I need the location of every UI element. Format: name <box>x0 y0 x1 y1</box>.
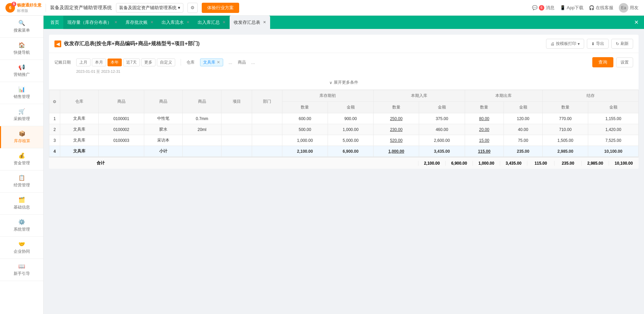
tab-stock-dist[interactable]: 现存量（库存分布表） ✕ <box>63 16 121 29</box>
cell-project <box>221 113 252 124</box>
phone-icon: 📱 <box>560 5 565 10</box>
cell-in-qty[interactable]: 230.00 <box>374 124 419 135</box>
notification-button[interactable]: 💬 6 消息 <box>532 5 555 11</box>
col-opening-qty: 数量 <box>282 102 328 113</box>
footer-close-amt: 10,100.00 <box>609 161 639 166</box>
product-filter-label: 商品 <box>238 60 246 65</box>
inventory-icon: 📦 <box>19 130 26 137</box>
tab-bar-close[interactable]: ✕ <box>631 19 641 26</box>
tab-home[interactable]: 首页 <box>46 16 63 29</box>
sidebar-item-operation[interactable]: 📋 经营管理 <box>0 170 43 193</box>
footer-close-qty: 2,985.00 <box>581 161 609 166</box>
page-title-bar: ◀ 收发存汇总表(按仓库+商品编码+商品+规格型号+项目+部门) 🖨 按模板打印… <box>49 35 639 53</box>
tab-close-receive-summary[interactable]: ✕ <box>263 20 266 24</box>
footer-values: 2,100.00 6,900.00 1,000.00 3,435.00 115.… <box>418 161 639 166</box>
tab-close-batch[interactable]: ✕ <box>150 20 153 24</box>
footer-in-amt: 3,435.00 <box>500 161 527 166</box>
col-close-amt: 金额 <box>588 102 639 113</box>
sidebar-item-finance[interactable]: 💰 资金管理 <box>0 148 43 170</box>
cell-product-spec: 20ml <box>183 124 221 135</box>
settings-button[interactable]: ⚙ <box>187 3 198 13</box>
sidebar-item-system[interactable]: ⚙️ 系统管理 <box>0 215 43 237</box>
trial-button[interactable]: 体验行业方案 <box>202 3 239 13</box>
settings-filter-button[interactable]: 设置 <box>616 57 633 67</box>
cell-in-amt: 2,600.00 <box>419 135 465 146</box>
table-body: 1 文具库 0100001 中性笔 0.7mm 600.00 900.00 25… <box>49 113 639 157</box>
table-row: 2 文具库 0100002 胶水 20ml 500.00 1,000.00 23… <box>49 124 639 135</box>
warehouse-tag[interactable]: 文具库 ✕ <box>200 59 223 66</box>
date-this-month[interactable]: 本月 <box>92 59 106 66</box>
cell-out-qty[interactable]: 115.00 <box>465 146 503 157</box>
tab-receive-summary[interactable]: 收发存汇总表 ✕ <box>230 16 270 29</box>
date-last-month[interactable]: 上月 <box>76 59 90 66</box>
system-selector[interactable]: 装备及固定资产辅助管理系统 ▾ <box>116 3 183 13</box>
date-more[interactable]: 更多 <box>141 59 155 66</box>
cell-close-amt: 1,155.00 <box>588 113 639 124</box>
cell-product-code <box>98 146 144 157</box>
warehouse-more-btn[interactable]: ... <box>229 60 232 65</box>
gear-header[interactable]: ⚙ <box>49 90 60 113</box>
header-right: 💬 6 消息 📱 App下载 🎧 在线客服 Ea 用友 <box>532 3 639 13</box>
expand-row: ∨ 展开更多条件 <box>54 77 633 85</box>
cell-in-qty[interactable]: 1,000.00 <box>374 146 419 157</box>
refresh-button[interactable]: ↻ 刷新 <box>611 39 633 49</box>
top-header: 6 6 畅捷通好生意 标准版 装备及固定资产辅助管理系统 装备及固定资产辅助管理… <box>0 0 644 16</box>
export-button[interactable]: ⬇ 导出 <box>587 39 609 49</box>
cell-product-code: 0100003 <box>98 135 144 146</box>
cell-out-amt: 120.00 <box>503 113 542 124</box>
sidebar-item-guide[interactable]: 📖 新手引导 <box>0 259 43 281</box>
cell-in-qty[interactable]: 250.00 <box>374 113 419 124</box>
warehouse-tag-close[interactable]: ✕ <box>217 60 220 65</box>
logo-icon: 6 6 <box>5 3 15 13</box>
date-7days[interactable]: 近7天 <box>123 59 140 66</box>
sidebar-item-search[interactable]: 🔍 搜索菜单 <box>0 16 43 38</box>
tab-batch[interactable]: 库存批次账 ✕ <box>121 16 158 29</box>
basic-icon: 🗂️ <box>18 197 25 203</box>
sidebar-item-basic[interactable]: 🗂️ 基础信息 <box>0 193 43 215</box>
expand-more-btn[interactable]: ∨ 展开更多条件 <box>329 80 358 85</box>
page-title: 收发存汇总表(按仓库+商品编码+商品+规格型号+项目+部门) <box>64 40 200 47</box>
app-download-button[interactable]: 📱 App下载 <box>560 5 583 11</box>
sidebar-item-corp[interactable]: 🤝 企业协同 <box>0 237 43 259</box>
table-row: 3 文具库 0100003 采访本 1,000.00 5,000.00 520.… <box>49 135 639 146</box>
sidebar-item-quick[interactable]: 🏠 快捷导航 <box>0 38 43 60</box>
print-button[interactable]: 🖨 按模板打印 ▾ <box>546 39 584 49</box>
tab-inout-flow[interactable]: 出入库流水 ✕ <box>158 16 194 29</box>
product-more-btn[interactable]: ... <box>251 60 255 65</box>
cell-product-spec: 0.7mm <box>183 113 221 124</box>
date-custom[interactable]: 自定义 <box>157 59 175 66</box>
cell-opening-qty: 1,000.00 <box>282 135 328 146</box>
sidebar-item-purchase[interactable]: 🛒 采购管理 <box>0 104 43 126</box>
sidebar-item-sales[interactable]: 📊 销售管理 <box>0 82 43 104</box>
tab-inout-summary[interactable]: 出入库汇总 ✕ <box>194 16 230 29</box>
cell-product-name: 小计 <box>144 146 183 157</box>
cell-out-qty[interactable]: 20.00 <box>465 124 503 135</box>
refresh-icon: ↻ <box>616 42 619 46</box>
cell-out-qty[interactable]: 15.00 <box>465 135 503 146</box>
system-title: 装备及固定资产辅助管理系统 <box>50 5 112 11</box>
home-icon: 🏠 <box>18 42 25 48</box>
query-button[interactable]: 查询 <box>592 57 613 67</box>
logo-badge: 6 <box>12 2 16 6</box>
tab-close-inout-summary[interactable]: ✕ <box>222 20 226 24</box>
cell-product-name: 采访本 <box>144 135 183 146</box>
corp-icon: 🤝 <box>18 241 25 247</box>
date-buttons: 上月 本月 本年 近7天 更多 自定义 <box>76 59 175 66</box>
finance-icon: 💰 <box>18 152 25 159</box>
tab-close-inout-flow[interactable]: ✕ <box>186 20 189 24</box>
cell-product-spec <box>183 135 221 146</box>
cell-out-qty[interactable]: 80.00 <box>465 113 503 124</box>
tab-close-stock-dist[interactable]: ✕ <box>114 20 117 24</box>
guide-icon: 📖 <box>18 263 25 269</box>
cell-in-qty[interactable]: 520.00 <box>374 135 419 146</box>
date-this-year[interactable]: 本年 <box>108 59 122 66</box>
expand-toggle[interactable]: ◀ <box>54 40 61 47</box>
sidebar-item-inventory[interactable]: 📦 库存核算 <box>0 126 43 148</box>
online-service-button[interactable]: 🎧 在线客服 <box>589 5 613 11</box>
user-menu[interactable]: Ea 用友 <box>619 3 639 13</box>
sidebar-item-marketing[interactable]: 📢 营销推广 <box>0 60 43 82</box>
cell-warehouse: 文具库 <box>60 113 99 124</box>
cell-dept <box>252 146 282 157</box>
cell-product-name: 中性笔 <box>144 113 183 124</box>
col-product-name: 商品 <box>144 90 183 113</box>
